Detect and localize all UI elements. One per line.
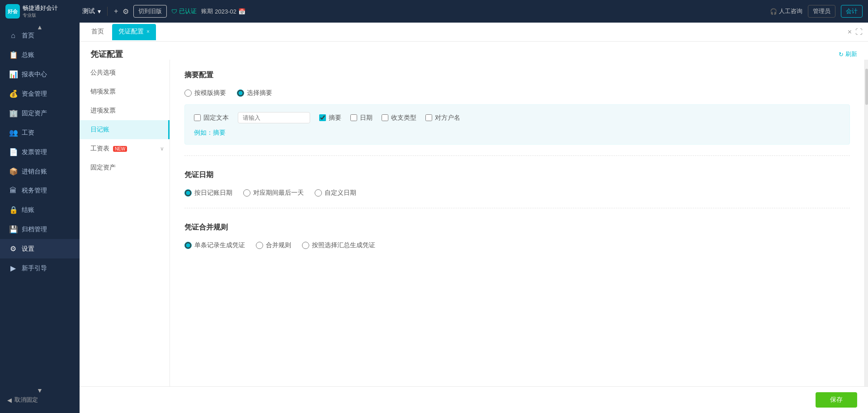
left-nav-item-journal[interactable]: 日记账 <box>80 120 170 139</box>
sidebar-scroll-down[interactable]: ▼ <box>0 386 80 395</box>
left-nav-item-sales-invoice[interactable]: 销项发票 <box>80 82 170 101</box>
counterpart-checkbox[interactable]: 对方户名 <box>425 114 460 122</box>
summary-radio-select[interactable]: 选择摘要 <box>237 89 272 97</box>
sidebar-item-label: 发票管理 <box>22 148 47 156</box>
tax-icon: 🏛 <box>9 187 17 195</box>
consult-button[interactable]: 🎧 人工咨询 <box>770 7 802 15</box>
sidebar-item-guide[interactable]: ▶ 新手引导 <box>0 258 80 278</box>
merge-radio-merge[interactable]: 合并规则 <box>256 241 291 249</box>
sidebar-item-capital[interactable]: 💰 资金管理 <box>0 84 80 103</box>
left-nav-item-payroll-table[interactable]: 工资表 NEW ∨ <box>80 139 170 158</box>
sidebar-item-ledger[interactable]: 📋 总账 <box>0 45 80 65</box>
left-nav-item-purchase-invoice[interactable]: 进项发票 <box>80 101 170 120</box>
bottom-bar: 保存 <box>80 386 868 413</box>
invoice-icon: 📄 <box>9 148 17 156</box>
summary-section: 摘要配置 按模版摘要 选择摘要 <box>184 70 850 156</box>
sidebar-scroll-up[interactable]: ▲ <box>0 23 80 32</box>
capital-icon: 💰 <box>9 89 17 98</box>
merge-radio-single-input[interactable] <box>184 242 192 249</box>
window-expand-button[interactable]: ⛶ <box>855 28 863 36</box>
config-area: 摘要配置 按模版摘要 选择摘要 <box>170 60 864 386</box>
fixed-text-input[interactable] <box>238 112 310 123</box>
summary-radio-template[interactable]: 按模版摘要 <box>184 89 226 97</box>
inner-layout: 公共选项 销项发票 进项发票 日记账 工资表 NEW ∨ <box>80 60 868 386</box>
add-button[interactable]: + <box>114 7 118 15</box>
date-section: 凭证日期 按日记账日期 对应期间最后一天 <box>184 170 850 208</box>
logo-icon: 好会 <box>5 4 20 19</box>
tab-close-icon[interactable]: × <box>146 28 150 35</box>
sidebar-nav: ⌂ 首页 📋 总账 📊 报表中心 💰 资金管理 🏢 固定资产 👥 工资 <box>0 23 80 386</box>
page-header: 凭证配置 ↻ 刷新 <box>80 42 868 60</box>
date-checkbox-input[interactable] <box>350 114 357 121</box>
calendar-icon[interactable]: 📅 <box>238 8 245 15</box>
tab-home[interactable]: 首页 <box>85 24 110 40</box>
tab-voucher-config[interactable]: 凭证配置 × <box>112 24 156 40</box>
summary-radio-group: 按模版摘要 选择摘要 <box>184 89 850 97</box>
sidebar-item-payroll[interactable]: 👥 工资 <box>0 123 80 142</box>
left-nav-label: 进项发票 <box>90 107 116 114</box>
counterpart-checkbox-input[interactable] <box>425 114 432 121</box>
merge-radio-single[interactable]: 单条记录生成凭证 <box>184 241 245 249</box>
sidebar-item-sales[interactable]: 📦 进销台账 <box>0 162 80 181</box>
summary-select-label: 选择摘要 <box>247 89 272 97</box>
tab-bar: 首页 凭证配置 × × ⛶ <box>80 23 868 42</box>
sidebar-item-assets[interactable]: 🏢 固定资产 <box>0 103 80 123</box>
page-title: 凭证配置 <box>90 49 123 60</box>
date-radio-journal-input[interactable] <box>184 189 192 197</box>
summary-label: 摘要 <box>329 114 341 122</box>
accountant-button[interactable]: 会计 <box>841 5 863 18</box>
summary-checkbox-input[interactable] <box>319 114 326 121</box>
logo-main: 畅捷通好会计 <box>23 5 58 12</box>
sidebar-item-label: 总账 <box>22 51 34 59</box>
window-close-button[interactable]: × <box>848 28 852 36</box>
income-type-checkbox-input[interactable] <box>382 114 388 121</box>
date-journal-label: 按日记账日期 <box>194 189 232 197</box>
sidebar-item-invoice[interactable]: 📄 发票管理 <box>0 142 80 162</box>
merge-radio-select-merge-input[interactable] <box>302 242 309 249</box>
sidebar-item-label: 设置 <box>22 245 34 253</box>
date-radio-custom-input[interactable] <box>315 189 322 197</box>
sidebar-item-close[interactable]: 🔒 结账 <box>0 200 80 220</box>
merge-radio-merge-input[interactable] <box>256 242 263 249</box>
logo: 好会 畅捷通好会计 专业版 <box>5 4 78 19</box>
dropdown-icon: ▾ <box>98 8 101 15</box>
date-checkbox[interactable]: 日期 <box>350 114 373 122</box>
switch-old-version-button[interactable]: 切到旧版 <box>133 5 167 18</box>
project-selector[interactable]: 测试 ▾ <box>82 7 101 15</box>
date-radio-journal[interactable]: 按日记账日期 <box>184 189 232 197</box>
counterpart-label: 对方户名 <box>435 114 460 122</box>
tab-voucher-config-label: 凭证配置 <box>118 28 144 36</box>
sidebar-item-tax[interactable]: 🏛 税务管理 <box>0 181 80 200</box>
refresh-button[interactable]: ↻ 刷新 <box>839 50 857 58</box>
sidebar-item-archive[interactable]: 💾 归档管理 <box>0 220 80 239</box>
tab-home-label: 首页 <box>91 28 104 36</box>
summary-radio-select-input[interactable] <box>237 89 244 97</box>
settings-icon-button[interactable]: ⚙ <box>123 7 129 16</box>
date-radio-custom[interactable]: 自定义日期 <box>315 189 356 197</box>
payroll-icon: 👥 <box>9 128 17 137</box>
fixed-text-checkbox-input[interactable] <box>194 114 201 121</box>
right-scrollbar[interactable] <box>864 60 868 386</box>
merge-radio-select-merge[interactable]: 按照选择汇总生成凭证 <box>302 241 375 249</box>
left-nav-item-fixed-assets[interactable]: 固定资产 <box>80 158 170 177</box>
example-row: 例如：摘要 <box>194 129 840 137</box>
sidebar-item-label: 结账 <box>22 206 34 214</box>
user-button[interactable]: 管理员 <box>808 5 835 18</box>
tab-bar-right: × ⛶ <box>848 28 863 36</box>
sales-icon: 📦 <box>9 167 17 176</box>
topbar-right: 🎧 人工咨询 管理员 会计 <box>770 5 863 18</box>
fixed-text-checkbox[interactable]: 固定文本 <box>194 114 229 122</box>
right-scrollbar-thumb <box>865 69 868 105</box>
summary-radio-template-input[interactable] <box>184 89 192 97</box>
summary-checkbox[interactable]: 摘要 <box>319 114 341 122</box>
left-nav-item-public[interactable]: 公共选项 <box>80 63 170 82</box>
date-radio-period-last-input[interactable] <box>243 189 250 197</box>
sidebar-item-settings[interactable]: ⚙ 设置 <box>0 239 80 258</box>
logo-text: 畅捷通好会计 专业版 <box>23 5 58 18</box>
date-radio-period-last[interactable]: 对应期间最后一天 <box>243 189 304 197</box>
sidebar-item-label: 资金管理 <box>22 90 47 98</box>
sidebar-item-reports[interactable]: 📊 报表中心 <box>0 65 80 84</box>
income-type-checkbox[interactable]: 收支类型 <box>382 114 416 122</box>
refresh-icon: ↻ <box>839 51 844 58</box>
save-button[interactable]: 保存 <box>816 392 857 408</box>
